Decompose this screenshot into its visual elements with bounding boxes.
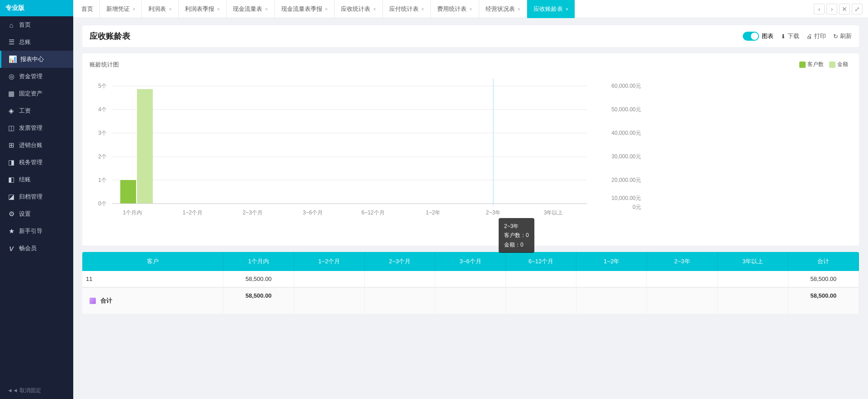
tab-next-btn[interactable]: › bbox=[826, 4, 837, 14]
tab-cashflow[interactable]: 现金流量表 × bbox=[226, 0, 274, 18]
sidebar-item-tax[interactable]: ◨ 税务管理 bbox=[0, 154, 73, 171]
sidebar-item-archive[interactable]: ◪ 归档管理 bbox=[0, 188, 73, 205]
tab-profit-q[interactable]: 利润表季报 × bbox=[179, 0, 226, 18]
sidebar-label-settings: 设置 bbox=[19, 210, 31, 218]
bar-customer-0 bbox=[120, 180, 136, 204]
legend-amount-dot bbox=[829, 62, 835, 68]
header-actions: 图表 ⬇ 下载 🖨 打印 ↻ 刷新 bbox=[743, 32, 852, 41]
tab-ap-stat[interactable]: 应付统计表 × bbox=[383, 0, 431, 18]
td-y23-0 bbox=[647, 271, 717, 287]
td-m612-0 bbox=[506, 271, 576, 287]
guide-icon: ★ bbox=[7, 227, 15, 235]
th-y3plus: 3年以上 bbox=[718, 252, 788, 271]
chart-toggle-group: 图表 bbox=[743, 32, 774, 41]
sidebar-item-sales[interactable]: ⊞ 进销台账 bbox=[0, 137, 73, 154]
th-m12: 1~2个月 bbox=[294, 252, 365, 271]
svg-text:3个: 3个 bbox=[98, 130, 107, 136]
sidebar-item-closing[interactable]: ◧ 结账 bbox=[0, 171, 73, 188]
total-icon bbox=[90, 298, 96, 304]
tab-profit-q-close[interactable]: × bbox=[217, 6, 220, 12]
sidebar-item-vip[interactable]: V 畅会员 bbox=[0, 240, 73, 257]
chart-svg: 5个 4个 3个 2个 1个 0个 60,000.00元 50,000.00元 … bbox=[90, 74, 650, 237]
tab-prev-btn[interactable]: ‹ bbox=[814, 4, 825, 14]
sidebar-item-funds[interactable]: ◎ 资金管理 bbox=[0, 68, 73, 85]
total-row: 合计 58,500.00 58,500.00 bbox=[82, 287, 859, 314]
total-m36 bbox=[435, 288, 506, 314]
tab-expense-close[interactable]: × bbox=[469, 6, 472, 12]
th-m23: 2~3个月 bbox=[365, 252, 435, 271]
sidebar-label-invoice: 发票管理 bbox=[19, 124, 42, 132]
tab-cashflow-q-close[interactable]: × bbox=[325, 6, 328, 12]
legend-customer: 客户数 bbox=[799, 61, 824, 68]
app-logo: 专业版 bbox=[0, 0, 73, 16]
tab-biz-close[interactable]: × bbox=[518, 6, 520, 12]
sidebar-label-archive: 归档管理 bbox=[19, 193, 42, 201]
legend-amount-label: 金额 bbox=[837, 61, 848, 68]
td-y12-0 bbox=[576, 271, 647, 287]
home-icon: ⌂ bbox=[7, 21, 15, 29]
main-content: 首页 新增凭证 × 利润表 × 利润表季报 × 现金流量表 × 现金流量表季报 … bbox=[73, 0, 868, 399]
refresh-icon: ↻ bbox=[833, 33, 838, 40]
tab-expense[interactable]: 费用统计表 × bbox=[431, 0, 479, 18]
print-icon: 🖨 bbox=[807, 33, 812, 40]
total-label-cell: 合计 bbox=[82, 288, 223, 314]
sidebar-label-funds: 资金管理 bbox=[19, 72, 42, 81]
sidebar-item-home[interactable]: ⌂ 首页 bbox=[0, 16, 73, 33]
vip-icon: V bbox=[7, 245, 15, 252]
sidebar-item-salary[interactable]: ◈ 工资 bbox=[0, 102, 73, 119]
tab-voucher[interactable]: 新增凭证 × bbox=[100, 0, 142, 18]
svg-text:50,000.00元: 50,000.00元 bbox=[612, 106, 641, 113]
svg-text:1~2年: 1~2年 bbox=[426, 209, 440, 216]
tab-voucher-close[interactable]: × bbox=[132, 6, 135, 12]
tab-biz[interactable]: 经营状况表 × bbox=[479, 0, 527, 18]
sidebar-item-invoice[interactable]: ◫ 发票管理 bbox=[0, 119, 73, 137]
svg-text:10,000.00元: 10,000.00元 bbox=[612, 195, 641, 201]
page-title: 应收账龄表 bbox=[90, 31, 130, 42]
tab-nav-controls: ‹ › ✕ ⤢ bbox=[810, 4, 866, 14]
print-btn[interactable]: 🖨 打印 bbox=[807, 32, 826, 40]
sidebar-item-settings[interactable]: ⚙ 设置 bbox=[0, 205, 73, 223]
download-btn[interactable]: ⬇ 下载 bbox=[781, 32, 799, 40]
tab-profit[interactable]: 利润表 × bbox=[142, 0, 178, 18]
svg-text:2~3年: 2~3年 bbox=[486, 209, 500, 216]
svg-text:60,000.00元: 60,000.00元 bbox=[612, 83, 641, 89]
sidebar-item-assets[interactable]: ▦ 固定资产 bbox=[0, 85, 73, 102]
tab-profit-close[interactable]: × bbox=[169, 6, 171, 12]
tab-ap-stat-close[interactable]: × bbox=[421, 6, 424, 12]
chart-title: 账龄统计图 bbox=[90, 61, 852, 69]
total-m12 bbox=[294, 288, 365, 314]
th-m1: 1个月内 bbox=[223, 252, 294, 271]
sidebar-label-salary: 工资 bbox=[19, 107, 31, 115]
sidebar-item-guide[interactable]: ★ 新手引导 bbox=[0, 223, 73, 240]
unpin-sidebar-btn[interactable]: ◄◄ 取消固定 bbox=[0, 382, 73, 399]
refresh-btn[interactable]: ↻ 刷新 bbox=[833, 32, 852, 40]
th-m612: 6~12个月 bbox=[506, 252, 576, 271]
tab-ar-stat[interactable]: 应收统计表 × bbox=[335, 0, 382, 18]
page-header: 应收账龄表 图表 ⬇ 下载 🖨 打印 ↻ 刷新 bbox=[82, 25, 859, 47]
total-m1: 58,500.00 bbox=[223, 288, 294, 314]
sidebar-item-ledger[interactable]: ☰ 总账 bbox=[0, 33, 73, 51]
tab-cashflow-close[interactable]: × bbox=[265, 6, 268, 12]
total-y3plus bbox=[718, 288, 788, 314]
sidebar-item-reports[interactable]: 📊 报表中心 bbox=[0, 51, 73, 68]
td-m36-0 bbox=[435, 271, 506, 287]
tab-expand-btn[interactable]: ⤢ bbox=[852, 4, 863, 14]
tab-cashflow-q[interactable]: 现金流量表季报 × bbox=[275, 0, 335, 18]
closing-icon: ◧ bbox=[7, 176, 15, 184]
archive-icon: ◪ bbox=[7, 193, 15, 201]
td-m1-0: 58,500.00 bbox=[223, 271, 294, 287]
tab-ar-age[interactable]: 应收账龄表 × bbox=[527, 0, 575, 18]
tab-home[interactable]: 首页 bbox=[75, 0, 100, 18]
svg-text:2~3个月: 2~3个月 bbox=[243, 209, 263, 216]
refresh-label: 刷新 bbox=[840, 32, 852, 40]
chart-toggle[interactable] bbox=[743, 32, 759, 41]
data-table: 客户 1个月内 1~2个月 2~3个月 3~6个月 6~12个月 1~2年 2~… bbox=[82, 252, 859, 314]
chart-svg-container: 5个 4个 3个 2个 1个 0个 60,000.00元 50,000.00元 … bbox=[90, 74, 852, 238]
sidebar-label-assets: 固定资产 bbox=[19, 90, 42, 98]
tab-ar-age-close[interactable]: × bbox=[566, 6, 568, 12]
total-m23 bbox=[365, 288, 435, 314]
tab-ar-stat-close[interactable]: × bbox=[373, 6, 376, 12]
tab-close-all-btn[interactable]: ✕ bbox=[839, 4, 850, 14]
sidebar-label-ledger: 总账 bbox=[19, 38, 31, 46]
salary-icon: ◈ bbox=[7, 107, 15, 115]
